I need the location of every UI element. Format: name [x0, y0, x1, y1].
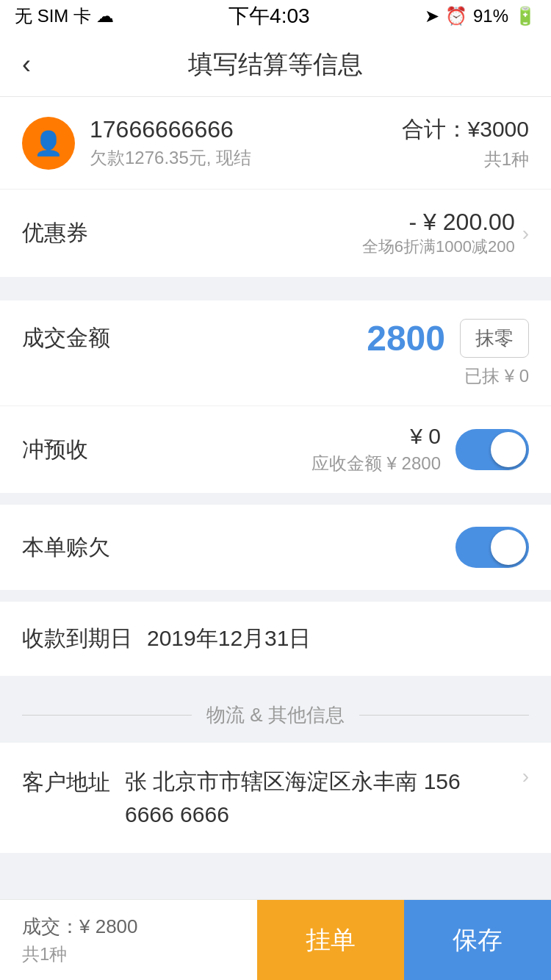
- coupon-label: 优惠券: [22, 218, 88, 248]
- sim-status: 无 SIM 卡 ☁: [15, 4, 114, 28]
- address-label: 客户地址: [22, 765, 110, 798]
- nav-bar: ‹ 填写结算等信息: [0, 32, 551, 97]
- customer-right: 合计：¥3000 共1种: [402, 115, 529, 171]
- prereceive-values: ¥ 0 应收金额 ¥ 2800: [311, 424, 441, 475]
- debt-toggle[interactable]: [455, 527, 529, 568]
- address-chevron-icon: ›: [522, 765, 529, 788]
- footer-left: 成交：¥ 2800 共1种: [0, 914, 257, 966]
- customer-phone: 17666666666: [90, 116, 251, 143]
- footer-deal-label: 成交：¥ 2800: [22, 914, 235, 940]
- address-section: 客户地址 张 北京市市辖区海淀区永丰南 156 6666 6666 ›: [0, 743, 551, 853]
- address-content: 张 北京市市辖区海淀区永丰南 156 6666 6666: [110, 765, 522, 831]
- customer-left: 👤 17666666666 欠款1276.35元, 现结: [22, 116, 251, 170]
- status-left: 无 SIM 卡 ☁: [15, 4, 114, 28]
- separator-line-right: [359, 715, 529, 716]
- total-amount: 合计：¥3000: [402, 115, 529, 145]
- total-value: ¥3000: [468, 117, 529, 141]
- duedate-row: 收款到期日 2019年12月31日: [22, 624, 529, 654]
- avatar: 👤: [22, 117, 75, 170]
- coupon-row[interactable]: 优惠券 - ¥ 200.00 全场6折满1000减200 ›: [0, 189, 551, 277]
- total-count: 共1种: [402, 148, 529, 171]
- location-icon: ➤: [425, 6, 439, 26]
- duedate-value: 2019年12月31日: [147, 624, 311, 654]
- footer-count: 共1种: [22, 943, 235, 966]
- address-row[interactable]: 客户地址 张 北京市市辖区海淀区永丰南 156 6666 6666 ›: [22, 765, 529, 831]
- amount-value: 2800: [367, 318, 445, 359]
- amount-sub-text: 已抹 ¥ 0: [22, 364, 529, 388]
- clock-icon: ⏰: [445, 6, 467, 26]
- pending-button[interactable]: 挂单: [257, 900, 404, 981]
- duedate-label: 收款到期日: [22, 624, 132, 654]
- coupon-discount: - ¥ 200.00: [362, 209, 515, 236]
- prereceive-section: 冲预收 ¥ 0 应收金额 ¥ 2800: [0, 406, 551, 493]
- footer-deal-amount: ¥ 2800: [79, 915, 138, 937]
- footer-bar: 成交：¥ 2800 共1种 挂单 保存: [0, 899, 551, 980]
- toggle-knob: [491, 432, 526, 467]
- separator-line-left: [22, 715, 192, 716]
- divider-1: [0, 289, 551, 300]
- customer-section: 👤 17666666666 欠款1276.35元, 现结 合计：¥3000 共1…: [0, 97, 551, 277]
- coupon-description: 全场6折满1000减200: [362, 236, 515, 258]
- amount-right: 2800 抹零: [367, 318, 529, 359]
- debt-section: 本单赊欠: [0, 505, 551, 590]
- debt-toggle-knob: [491, 530, 526, 565]
- amount-row: 成交金额 2800 抹零: [22, 318, 529, 359]
- battery-level: 91%: [473, 6, 508, 26]
- prereceive-amount: ¥ 0: [311, 424, 441, 449]
- customer-info: 17666666666 欠款1276.35元, 现结: [90, 116, 251, 170]
- page-title: 填写结算等信息: [188, 48, 363, 82]
- customer-debt: 欠款1276.35元, 现结: [90, 146, 251, 170]
- debt-row: 本单赊欠: [22, 527, 529, 568]
- separator-text: 物流 & 其他信息: [192, 702, 359, 728]
- avatar-icon: 👤: [34, 129, 63, 157]
- debt-label: 本单赊欠: [22, 533, 110, 563]
- divider-2: [0, 493, 551, 505]
- prereceive-sub: 应收金额 ¥ 2800: [311, 452, 441, 475]
- status-right: ➤ ⏰ 91% 🔋: [425, 6, 536, 26]
- back-button[interactable]: ‹: [22, 49, 31, 80]
- coupon-right: - ¥ 200.00 全场6折满1000减200 ›: [362, 209, 529, 258]
- status-time: 下午4:03: [228, 2, 310, 30]
- status-bar: 无 SIM 卡 ☁ 下午4:03 ➤ ⏰ 91% 🔋: [0, 0, 551, 32]
- section-separator: 物流 & 其他信息: [0, 688, 551, 743]
- prereceive-right: ¥ 0 应收金额 ¥ 2800: [311, 424, 529, 475]
- prereceive-label: 冲预收: [22, 435, 88, 465]
- battery-icon: 🔋: [514, 6, 536, 26]
- round-button[interactable]: 抹零: [460, 319, 529, 358]
- prereceive-row: 冲预收 ¥ 0 应收金额 ¥ 2800: [22, 424, 529, 475]
- customer-row: 👤 17666666666 欠款1276.35元, 现结 合计：¥3000 共1…: [0, 97, 551, 189]
- duedate-section: 收款到期日 2019年12月31日: [0, 602, 551, 676]
- save-button[interactable]: 保存: [404, 900, 551, 981]
- chevron-right-icon: ›: [522, 222, 529, 245]
- amount-section: 成交金额 2800 抹零 已抹 ¥ 0: [0, 300, 551, 406]
- prereceive-toggle[interactable]: [455, 429, 529, 470]
- amount-label: 成交金额: [22, 323, 110, 353]
- total-label: 合计：: [402, 117, 468, 141]
